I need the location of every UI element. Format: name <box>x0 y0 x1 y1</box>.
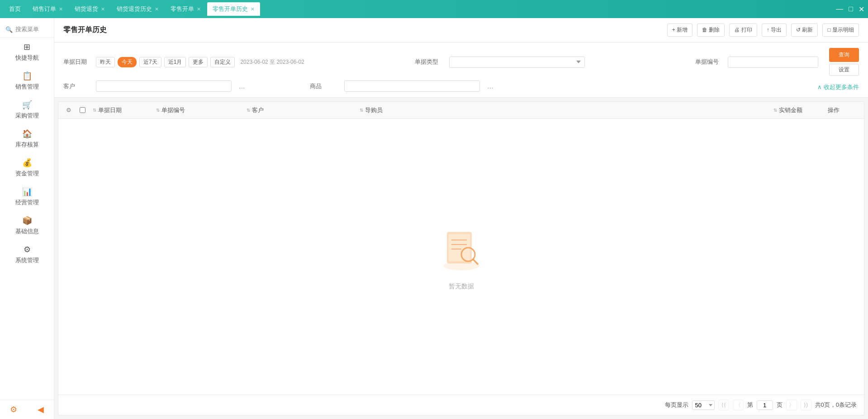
search-menu-label: 搜索菜单 <box>15 25 39 33</box>
export-button[interactable]: ↑ 导出 <box>762 24 787 37</box>
top-nav: 首页销售订单 ✕销货退货 ✕销货退货历史 ✕零售开单 ✕零售开单历史 ✕ — □… <box>0 0 868 18</box>
nav-tab-close-sales-return[interactable]: ✕ <box>101 6 105 12</box>
customer-dots[interactable]: ... <box>239 82 245 90</box>
sidebar-collapse-icon[interactable]: ◀ <box>38 405 44 414</box>
sidebar-label-finance: 资金管理 <box>15 169 39 178</box>
nav-tabs: 首页销售订单 ✕销货退货 ✕销货退货历史 ✕零售开单 ✕零售开单历史 ✕ <box>4 2 836 16</box>
date-month-btn[interactable]: 近1月 <box>164 57 186 67</box>
pagination: 每页显示 50 10 20 100 ⟨⟨ 〈 第 页 〉 ⟩⟩ 共0页，0条记录 <box>58 395 864 415</box>
sidebar-bottom: ⚙ ◀ <box>0 400 54 419</box>
customer-input[interactable] <box>96 80 232 92</box>
first-page-btn[interactable]: ⟨⟨ <box>718 400 729 410</box>
print-button[interactable]: 🖨 打印 <box>729 24 757 37</box>
per-page-label: 每页显示 <box>665 401 688 409</box>
collapse-button[interactable]: ∧ 收起更多条件 <box>817 83 859 91</box>
date-more-btn[interactable]: 更多 <box>189 57 208 67</box>
per-page-select[interactable]: 50 10 20 100 <box>692 400 715 410</box>
filter-row-date: 单据日期 昨天 今天 近7天 近1月 更多 自定义 2023-06-02 至 2… <box>63 48 859 76</box>
nav-tab-home[interactable]: 首页 <box>4 2 26 16</box>
window-min-btn[interactable]: — <box>836 5 843 13</box>
table-container: ⚙ ⇅ 单据日期 ⇅ 单据编号 ⇅ 客户 ⇅ 导购员 <box>58 101 864 415</box>
select-all-input[interactable] <box>80 107 85 113</box>
type-label: 单据类型 <box>415 58 442 66</box>
page-header: 零售开单历史 + 新增 🗑 删除 🖨 打印 ↑ 导出 ↺ 刷新 □ 显示明细 <box>54 18 868 42</box>
th-amount: ⇅ 实销金额 <box>770 106 824 114</box>
filter-section: 单据日期 昨天 今天 近7天 近1月 更多 自定义 2023-06-02 至 2… <box>54 42 868 98</box>
sidebar-item-inventory[interactable]: 🏠库存核算 <box>0 124 54 153</box>
display-detail-button[interactable]: □ 显示明细 <box>822 24 859 37</box>
sidebar-icon-purchase-mgmt: 🛒 <box>22 100 32 110</box>
filter-row-customer: 客户 ... 商品 ... ∧ 收起更多条件 <box>63 80 859 92</box>
number-input[interactable] <box>728 56 818 68</box>
sidebar-item-finance[interactable]: 💰资金管理 <box>0 153 54 182</box>
sort-guide-icon[interactable]: ⇅ <box>360 108 363 113</box>
collapse-label: 收起更多条件 <box>824 83 859 91</box>
type-select[interactable] <box>449 56 585 68</box>
window-close-btn[interactable]: ✕ <box>859 5 864 14</box>
svg-point-8 <box>464 250 468 254</box>
th-guide: ⇅ 导购员 <box>356 106 410 114</box>
nav-tab-close-retail-open-history[interactable]: ✕ <box>251 6 255 12</box>
empty-state: 暂无数据 <box>58 119 864 395</box>
sidebar-item-purchase-mgmt[interactable]: 🛒采购管理 <box>0 95 54 124</box>
sidebar-label-operations: 经营管理 <box>15 198 39 207</box>
delete-button[interactable]: 🗑 删除 <box>697 24 725 37</box>
last-page-btn[interactable]: ⟩⟩ <box>801 400 811 410</box>
sidebar-label-sys-mgmt: 系统管理 <box>15 256 39 264</box>
nav-tab-retail-open[interactable]: 零售开单 ✕ <box>165 2 206 16</box>
window-max-btn[interactable]: □ <box>849 5 853 13</box>
settings-gear-icon[interactable]: ⚙ <box>10 405 17 414</box>
prev-page-btn[interactable]: 〈 <box>733 400 744 410</box>
goods-dots[interactable]: ... <box>487 82 493 90</box>
th-customer: ⇅ 客户 <box>243 106 356 114</box>
sort-customer-icon[interactable]: ⇅ <box>247 108 250 113</box>
date-yesterday-btn[interactable]: 昨天 <box>96 57 115 67</box>
nav-tab-close-sales-order[interactable]: ✕ <box>59 6 63 12</box>
page-label: 第 <box>747 401 753 409</box>
sidebar-icon-sales-mgmt: 📋 <box>22 71 32 81</box>
select-all-checkbox[interactable] <box>76 107 89 113</box>
column-settings-icon[interactable]: ⚙ <box>62 107 76 113</box>
total-info: 共0页，0条记录 <box>815 401 857 409</box>
sort-amount-icon[interactable]: ⇅ <box>773 108 777 113</box>
sidebar-item-quick-nav[interactable]: ⊞快捷导航 <box>0 38 54 66</box>
add-button[interactable]: + 新增 <box>667 24 693 37</box>
th-action: 操作 <box>824 106 860 114</box>
goods-input[interactable] <box>344 80 480 92</box>
settings-button[interactable]: 设置 <box>829 64 859 76</box>
sidebar-item-sales-mgmt[interactable]: 📋销售管理 <box>0 66 54 95</box>
nav-tab-retail-open-history[interactable]: 零售开单历史 ✕ <box>207 2 260 16</box>
sidebar-item-sys-mgmt[interactable]: ⚙系统管理 <box>0 240 54 269</box>
customer-label: 客户 <box>63 82 90 90</box>
nav-tab-sales-return[interactable]: 销货退货 ✕ <box>69 2 110 16</box>
content-area: 零售开单历史 + 新增 🗑 删除 🖨 打印 ↑ 导出 ↺ 刷新 □ 显示明细 单… <box>54 18 868 419</box>
empty-text: 暂无数据 <box>449 282 474 291</box>
date-7days-btn[interactable]: 近7天 <box>139 57 161 67</box>
th-date: ⇅ 单据日期 <box>89 106 152 114</box>
sort-date-icon[interactable]: ⇅ <box>93 108 96 113</box>
toolbar: + 新增 🗑 删除 🖨 打印 ↑ 导出 ↺ 刷新 □ 显示明细 <box>667 24 859 37</box>
nav-tab-sales-return-history[interactable]: 销货退货历史 ✕ <box>111 2 164 16</box>
sidebar-label-sales-mgmt: 销售管理 <box>15 83 39 91</box>
sidebar-label-inventory: 库存核算 <box>15 141 39 149</box>
date-buttons: 昨天 今天 近7天 近1月 更多 自定义 <box>96 57 235 67</box>
refresh-button[interactable]: ↺ 刷新 <box>791 24 818 37</box>
nav-tab-close-sales-return-history[interactable]: ✕ <box>155 6 159 12</box>
main-layout: 🔍 搜索菜单 ⊞快捷导航📋销售管理🛒采购管理🏠库存核算💰资金管理📊经营管理📦基础… <box>0 18 868 419</box>
page-number-input[interactable] <box>757 400 773 410</box>
date-custom-btn[interactable]: 自定义 <box>210 57 235 67</box>
sidebar: 🔍 搜索菜单 ⊞快捷导航📋销售管理🛒采购管理🏠库存核算💰资金管理📊经营管理📦基础… <box>0 18 54 419</box>
sort-number-icon[interactable]: ⇅ <box>156 108 160 113</box>
sidebar-item-base-info[interactable]: 📦基础信息 <box>0 211 54 240</box>
query-button[interactable]: 查询 <box>829 48 859 62</box>
sidebar-icon-inventory: 🏠 <box>22 129 32 139</box>
date-today-btn[interactable]: 今天 <box>118 57 137 67</box>
next-page-btn[interactable]: 〉 <box>786 400 797 410</box>
empty-state-icon <box>434 223 489 277</box>
page-suffix: 页 <box>777 401 783 409</box>
nav-tab-sales-order[interactable]: 销售订单 ✕ <box>27 2 68 16</box>
sidebar-item-operations[interactable]: 📊经营管理 <box>0 182 54 211</box>
nav-tab-close-retail-open[interactable]: ✕ <box>197 6 201 12</box>
th-number: ⇅ 单据编号 <box>152 106 243 114</box>
search-menu[interactable]: 🔍 搜索菜单 <box>0 22 54 38</box>
